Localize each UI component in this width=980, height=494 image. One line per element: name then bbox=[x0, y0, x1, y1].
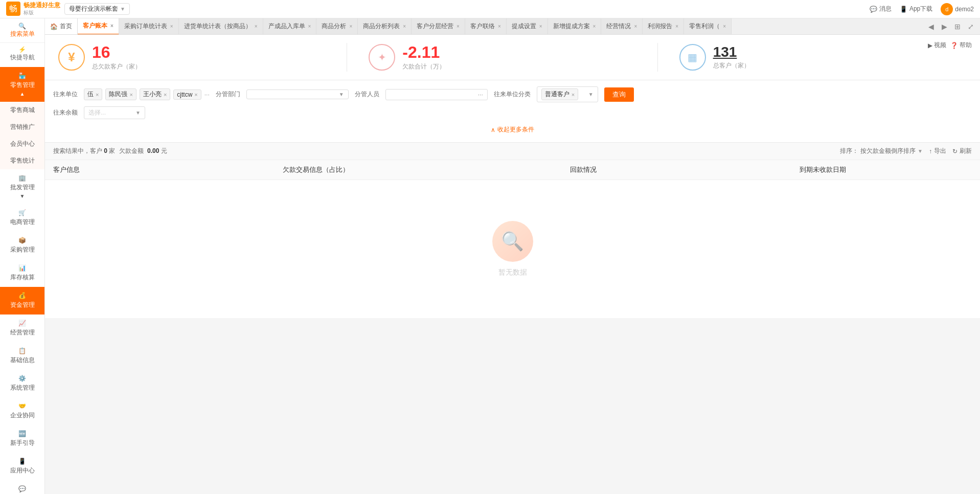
avatar: d bbox=[941, 3, 953, 15]
tab-product-analysis[interactable]: 商品分析 × bbox=[316, 18, 358, 35]
dept-label: 分管部门 bbox=[216, 90, 240, 99]
query-button[interactable]: 查询 bbox=[604, 87, 634, 102]
sidebar-item-enterprise[interactable]: 🤝 企业协同 bbox=[0, 397, 44, 425]
collapse-button[interactable]: ∧ 收起更多条件 bbox=[491, 125, 534, 134]
tab-home[interactable]: 🏠 首页 bbox=[45, 18, 78, 35]
sidebar-item-label-ops: 经营管理 bbox=[10, 328, 35, 337]
sidebar-item-marketing[interactable]: 营销推广 bbox=[0, 119, 44, 136]
tab-cost-inbound[interactable]: 产成品入库单 × bbox=[263, 18, 317, 35]
store-selector[interactable]: 母婴行业演示帐套 ▼ bbox=[64, 3, 130, 15]
tab-inbound-stats[interactable]: 进货单统计表（按商品） × bbox=[179, 18, 263, 35]
tab-improve-settings[interactable]: 提成设置 × bbox=[507, 18, 548, 35]
user-name: demo2 bbox=[955, 6, 974, 13]
sort-label: 排序： bbox=[840, 147, 858, 155]
sidebar-item-inventory[interactable]: 📊 库存核算 bbox=[0, 259, 44, 287]
tab-prev-button[interactable]: ◀ bbox=[925, 20, 937, 33]
tab-expand-button[interactable]: ⤢ bbox=[965, 20, 977, 33]
video-button[interactable]: ▶ 视频 bbox=[928, 41, 946, 50]
result-prefix: 搜索结果中，客户 bbox=[53, 147, 102, 154]
sidebar-item-ops[interactable]: 📈 经营管理 bbox=[0, 315, 44, 342]
stat-info-clients: 131 总客户（家） bbox=[713, 45, 750, 70]
sidebar-item-label-enterprise: 企业协同 bbox=[10, 411, 35, 420]
store-name: 母婴行业演示帐套 bbox=[69, 5, 118, 13]
filter-tag-2-close[interactable]: × bbox=[129, 92, 132, 98]
sidebar-item-retail-mall[interactable]: 零售商城 bbox=[0, 102, 44, 119]
tab-product-analysis-list[interactable]: 商品分析列表 × bbox=[358, 18, 412, 35]
sidebar-item-member[interactable]: 会员中心 bbox=[0, 136, 44, 152]
sidebar-item-ecommerce[interactable]: 🛒 电商管理 bbox=[0, 204, 44, 232]
collapse-label: 收起更多条件 bbox=[497, 125, 534, 134]
help-button[interactable]: ❓ 帮助 bbox=[950, 41, 972, 50]
filter-tag-1-close[interactable]: × bbox=[96, 92, 99, 98]
sidebar-item-basic[interactable]: 📋 基础信息 bbox=[0, 342, 44, 370]
tab-business-status[interactable]: 经营情况 × bbox=[601, 18, 643, 35]
sidebar-item-app-center[interactable]: 📱 应用中心 bbox=[0, 453, 44, 480]
tab-customer-book[interactable]: 客户账本 × bbox=[78, 18, 119, 35]
dept-select[interactable]: ▼ bbox=[246, 89, 349, 99]
more-tags-button[interactable]: ··· bbox=[204, 91, 210, 98]
tab-close-customer-contact[interactable]: × bbox=[498, 24, 501, 29]
tab-close-customer-book[interactable]: × bbox=[110, 23, 113, 29]
message-button[interactable]: 💬 消息 bbox=[870, 5, 892, 13]
tab-close-cost-inbound[interactable]: × bbox=[308, 24, 311, 29]
user-area[interactable]: d demo2 bbox=[941, 3, 974, 15]
dept-arrow-icon: ▼ bbox=[339, 92, 344, 97]
filter-tag-1[interactable]: 伍 × bbox=[84, 88, 102, 100]
refresh-button[interactable]: ↻ 刷新 bbox=[952, 147, 972, 155]
sidebar-item-wholesale[interactable]: 🏢 批发管理 ▼ bbox=[0, 169, 44, 204]
filter-tag-3-close[interactable]: × bbox=[164, 92, 167, 98]
app-download-button[interactable]: 📱 App下载 bbox=[900, 5, 932, 13]
tab-more-button[interactable]: ⊞ bbox=[951, 20, 964, 33]
filter-tag-4-close[interactable]: × bbox=[194, 92, 197, 98]
sidebar-item-purchase[interactable]: 📦 采购管理 bbox=[0, 232, 44, 259]
filter-tag-2[interactable]: 陈民强 × bbox=[105, 88, 136, 100]
sidebar-item-label-basic: 基础信息 bbox=[10, 356, 35, 365]
sidebar-item-label-retail: 零售管理 bbox=[10, 81, 35, 89]
filter-tag-3[interactable]: 王小亮 × bbox=[140, 88, 170, 100]
tab-close-retail-profit[interactable]: × bbox=[723, 24, 726, 29]
top-bar: 畅 畅捷通好生意 标版 母婴行业演示帐套 ▼ 💬 消息 📱 App下载 d de… bbox=[0, 0, 980, 18]
remaining-select[interactable]: 选择... ▼ bbox=[84, 106, 145, 119]
unit-classify-tag: 普通客户 × bbox=[541, 88, 578, 100]
sidebar-item-finance[interactable]: 💰 资金管理 bbox=[0, 287, 44, 315]
sort-selector[interactable]: 排序： 按欠款金额倒序排序 ▼ bbox=[840, 147, 923, 155]
unit-classify-tag-close[interactable]: × bbox=[572, 92, 575, 98]
tab-new-improve[interactable]: 新增提成方案 × bbox=[548, 18, 602, 35]
tab-close-improve-settings[interactable]: × bbox=[539, 24, 542, 29]
search-menu-button[interactable]: 🔍 搜索菜单 bbox=[0, 18, 44, 43]
message-label: 消息 bbox=[879, 5, 892, 13]
stat-circle-clients: ▦ bbox=[679, 44, 706, 71]
yuan-icon: ¥ bbox=[68, 50, 75, 64]
tab-bar-actions: ◀ ▶ ⊞ ⤢ bbox=[925, 20, 980, 33]
tab-close-business-status[interactable]: × bbox=[634, 24, 637, 29]
sidebar-item-system[interactable]: ⚙️ 系统管理 bbox=[0, 370, 44, 397]
tab-purchase-order[interactable]: 采购订单统计表 × bbox=[119, 18, 179, 35]
export-button[interactable]: ↑ 导出 bbox=[929, 147, 946, 155]
sidebar-item-wechat[interactable]: 💬 企业微信 bbox=[0, 480, 44, 494]
quick-nav-label: 快捷导航 bbox=[2, 53, 42, 62]
tab-next-button[interactable]: ▶ bbox=[938, 20, 950, 33]
tab-close-product-analysis-list[interactable]: × bbox=[403, 24, 406, 29]
tab-close-profit-report[interactable]: × bbox=[675, 24, 678, 29]
tab-retail-profit[interactable]: 零售利润（ × bbox=[684, 18, 732, 35]
new-guide-icon: 🆕 bbox=[18, 430, 26, 437]
unit-classify-select[interactable]: 普通客户 × ▼ bbox=[537, 86, 598, 102]
sidebar-item-new-guide[interactable]: 🆕 新手引导 bbox=[0, 425, 44, 453]
tab-close-new-improve[interactable]: × bbox=[593, 24, 596, 29]
filter-tag-4[interactable]: cjttcw × bbox=[173, 89, 201, 100]
tab-close-inbound-stats[interactable]: × bbox=[255, 24, 258, 29]
person-select[interactable]: ··· bbox=[385, 89, 488, 100]
home-icon: 🏠 bbox=[50, 23, 58, 30]
tab-profit-report[interactable]: 利润报告 × bbox=[643, 18, 684, 35]
tab-customer-segment[interactable]: 客户分层经营 × bbox=[412, 18, 465, 35]
quick-nav-button[interactable]: ⚡ 快捷导航 bbox=[0, 43, 44, 65]
sidebar-item-retail-mgmt[interactable]: 🏪 零售管理 ▲ bbox=[0, 67, 44, 102]
tab-close-product-analysis[interactable]: × bbox=[349, 24, 352, 29]
tab-close-customer-segment[interactable]: × bbox=[457, 24, 460, 29]
store-chevron-icon: ▼ bbox=[120, 6, 125, 12]
tab-customer-contact[interactable]: 客户联络 × bbox=[465, 18, 507, 35]
app-center-icon: 📱 bbox=[18, 458, 26, 465]
sidebar-item-retail-stats[interactable]: 零售统计 bbox=[0, 152, 44, 169]
video-label: 视频 bbox=[934, 41, 946, 50]
tab-close-purchase-order[interactable]: × bbox=[170, 24, 173, 29]
